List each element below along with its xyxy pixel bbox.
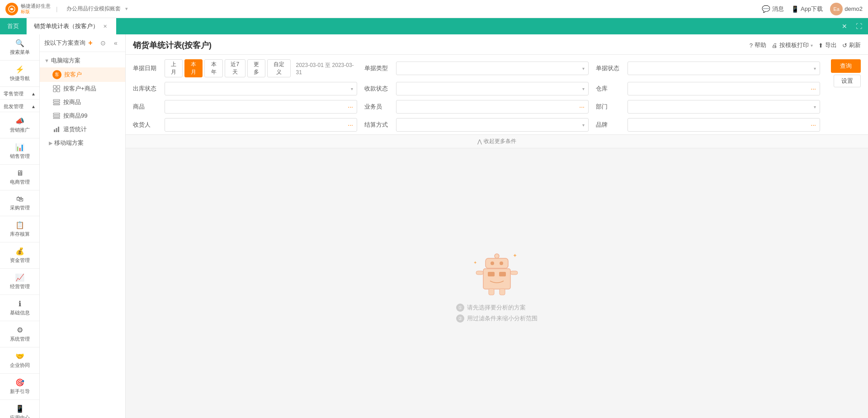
doc-status-select[interactable]: ▾	[627, 62, 820, 75]
sidebar-item-quick-nav[interactable]: ⚡ 快捷导航	[0, 61, 39, 87]
query-btn[interactable]: 查询	[831, 59, 861, 73]
sidebar-item-sales-mgmt[interactable]: 📊 销售管理	[0, 138, 39, 165]
sidebar-item-sys-mgmt[interactable]: ⚙ 系统管理	[0, 321, 39, 347]
receipt-status-select[interactable]: ▾	[396, 82, 589, 95]
out-status-chevron: ▾	[351, 86, 353, 91]
sidebar-item-inventory[interactable]: 📋 库存核算	[0, 216, 39, 242]
salesperson-dots-btn[interactable]: ···	[579, 103, 585, 110]
department-chevron: ▾	[814, 104, 816, 109]
doc-type-chevron: ▾	[582, 66, 585, 71]
tree-expand-icon: ▼	[44, 58, 49, 63]
receipt-status-label: 收款状态	[364, 85, 396, 93]
settle-method-select[interactable]: ▾	[396, 118, 589, 132]
this-month-btn[interactable]: 本月	[184, 59, 203, 77]
tab-bar: 首页 销货单统计表（按客户） ✕ ✕ ⛶	[0, 18, 868, 34]
doc-type-label: 单据类型	[364, 64, 396, 72]
this-year-btn[interactable]: 本年	[204, 59, 222, 77]
out-status-label: 出库状态	[133, 85, 165, 93]
warehouse-label: 仓库	[596, 85, 627, 93]
tree-child-by-goods[interactable]: 按商品	[40, 95, 125, 109]
tree-parent-desktop[interactable]: ▼ 电脑端方案	[40, 54, 125, 67]
sidebar-item-app-center[interactable]: 📱 应用中心	[0, 400, 39, 418]
goods-select[interactable]: ···	[165, 100, 357, 114]
sales-mgmt-icon: 📊	[15, 143, 24, 152]
return-stats-icon	[52, 125, 61, 133]
add-scheme-btn[interactable]: +	[85, 38, 95, 48]
tree-child-return-stats[interactable]: 退货统计	[40, 123, 125, 136]
svg-text:✦: ✦	[513, 252, 517, 259]
svg-rect-2	[57, 86, 60, 88]
last-month-btn[interactable]: 上月	[165, 59, 183, 77]
svg-rect-1	[53, 86, 56, 88]
sidebar-item-wholesale-mgmt[interactable]: 批发管理 ▲	[0, 100, 39, 112]
avatar: Ea	[830, 3, 843, 15]
svg-rect-17	[476, 271, 483, 275]
tree-child-by-goods-99[interactable]: 按商品99	[40, 109, 125, 123]
app-download-btn[interactable]: 📱 App下载	[791, 5, 823, 13]
out-status-select[interactable]: ▾	[165, 82, 357, 95]
department-select[interactable]: ▾	[627, 100, 820, 114]
sidebar-item-search-menu[interactable]: 🔍 搜索菜单	[0, 34, 39, 61]
print-btn[interactable]: 🖨 按模板打印 ▾	[772, 41, 813, 49]
sidebar-item-enterprise[interactable]: 🤝 企业协同	[0, 347, 39, 374]
doc-type-select[interactable]: ▾	[396, 62, 589, 75]
print-dropdown-icon: ▾	[811, 43, 813, 48]
export-btn[interactable]: ⬆ 导出	[818, 41, 837, 49]
empty-hint-2: ② 用过滤条件来缩小分析范围	[456, 314, 538, 323]
tree-parent-mobile[interactable]: ▶ 移动端方案	[40, 136, 125, 150]
svg-rect-12	[56, 128, 57, 132]
svg-rect-18	[510, 271, 518, 275]
sidebar-item-ecom-mgmt[interactable]: 🖥 电商管理	[0, 165, 39, 190]
goods-99-icon	[52, 112, 61, 120]
filter-fields: 单据日期 上月 本月 本年 近7天 更多 自定义	[126, 55, 827, 134]
doc-status-label: 单据状态	[596, 64, 627, 72]
tab-close-window-btn[interactable]: ✕	[839, 21, 850, 32]
receiver-label: 收货人	[133, 121, 165, 129]
custom-btn[interactable]: 自定义	[267, 59, 290, 77]
sidebar-item-new-user[interactable]: 🎯 新手引导	[0, 374, 39, 400]
svg-point-23	[500, 261, 503, 265]
collapse-bar[interactable]: ⋀ 收起更多条件	[126, 134, 868, 148]
sidebar-item-marketing[interactable]: 📣 营销推广	[0, 112, 39, 138]
collapse-panel-btn[interactable]: «	[111, 38, 121, 48]
tree-child-by-customer[interactable]: 客 按客户	[40, 67, 125, 82]
brand-select[interactable]: ···	[627, 118, 820, 132]
7days-btn[interactable]: 近7天	[225, 59, 245, 77]
sidebar-item-retail-mgmt[interactable]: 零售管理 ▲	[0, 87, 39, 100]
salesperson-select[interactable]: ···	[396, 100, 589, 114]
svg-point-22	[491, 261, 494, 265]
collapse-icon: «	[114, 39, 118, 47]
empty-illustration: ✦ ✦	[470, 244, 524, 298]
warehouse-dots-btn[interactable]: ···	[811, 85, 816, 92]
logo-area: 畅捷通好生意 标版	[5, 3, 51, 15]
refresh-btn[interactable]: ↺ 刷新	[842, 41, 861, 49]
sidebar-item-operations[interactable]: 📈 经营管理	[0, 269, 39, 295]
help-btn[interactable]: ? 帮助	[750, 41, 766, 49]
tab-close-icon[interactable]: ✕	[101, 23, 108, 30]
sidebar-item-basic-info[interactable]: ℹ 基础信息	[0, 295, 39, 321]
filter-content: 单据日期 上月 本月 本年 近7天 更多 自定义	[126, 55, 827, 132]
brand-dots-btn[interactable]: ···	[811, 121, 816, 128]
tab-home[interactable]: 首页	[0, 18, 27, 34]
receiver-dots-btn[interactable]: ···	[348, 121, 353, 128]
svg-rect-7	[53, 104, 60, 105]
sidebar-item-finance[interactable]: 💰 资金管理	[0, 242, 39, 269]
tab-sales-stats[interactable]: 销货单统计表（按客户） ✕	[27, 18, 116, 34]
salesperson-label: 业务员	[364, 103, 396, 111]
message-btn[interactable]: 💬 消息	[762, 5, 784, 13]
more-btn[interactable]: 更多	[247, 59, 265, 77]
marketing-icon: 📣	[15, 117, 24, 125]
sidebar: 🔍 搜索菜单 ⚡ 快捷导航 零售管理 ▲ 批发管理 ▲ 📣 营销推广 📊 销售管…	[0, 34, 40, 418]
settings-btn[interactable]: 设置	[834, 75, 861, 87]
settings-scheme-btn[interactable]: ⊙	[98, 38, 108, 48]
user-menu[interactable]: Ea demo2	[830, 3, 863, 15]
svg-rect-14	[483, 269, 510, 289]
warehouse-select[interactable]: ···	[627, 82, 820, 95]
goods-dots-btn[interactable]: ···	[348, 103, 353, 110]
tab-expand-btn[interactable]: ⛶	[854, 21, 864, 32]
tree-child-by-customer-goods[interactable]: 按客户+商品	[40, 82, 125, 95]
filter-wrapper: 单据日期 上月 本月 本年 近7天 更多 自定义	[126, 55, 868, 148]
receiver-select[interactable]: ···	[165, 118, 357, 132]
dropdown-icon[interactable]: ▾	[125, 6, 128, 12]
sidebar-item-purchase-mgmt[interactable]: 🛍 采购管理	[0, 190, 39, 216]
